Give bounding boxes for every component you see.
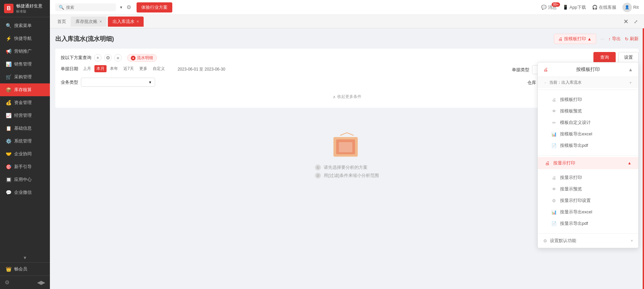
dropdown-current-item[interactable]: ◦ 当前：出入库流水 ▾: [538, 77, 638, 88]
display-section-label: 按显示打印: [553, 160, 575, 166]
sidebar-item-inventory[interactable]: 📦 库存核算: [0, 83, 50, 96]
display-section-header[interactable]: 🖨 按显示打印 ▲: [538, 157, 638, 169]
date-btn-current-year[interactable]: 本年: [108, 65, 120, 72]
footer-arrow: ▾: [631, 238, 633, 243]
date-btn-custom[interactable]: 自定义: [151, 65, 167, 72]
window-close-icon[interactable]: ✕: [622, 18, 630, 26]
online-service-btn[interactable]: 🎧 在线客服: [592, 4, 616, 10]
tab-close-icon[interactable]: ×: [99, 19, 102, 24]
chevron-down-icon: ▾: [120, 5, 122, 10]
display-preview-icon: 👁: [551, 187, 557, 192]
user-avatar-area[interactable]: 👤 Rit: [622, 3, 639, 12]
gear-icon[interactable]: ⚙: [126, 4, 131, 10]
export-button[interactable]: ↑ 导出: [609, 36, 621, 42]
sidebar-item-sales[interactable]: 📊 销售管理: [0, 58, 50, 71]
sidebar-item-enterprise[interactable]: 🤝 企业协同: [0, 148, 50, 160]
app-logo: B 畅捷通好生意 标准版: [0, 0, 50, 17]
filter-settings-button[interactable]: ⚙: [104, 54, 112, 61]
tab-home[interactable]: 首页: [54, 17, 69, 27]
print-template-button[interactable]: 🖨 按模板打印 ▲: [554, 34, 596, 44]
tab-label: 出入库流水: [113, 19, 135, 25]
business-type-select[interactable]: ▾: [81, 78, 155, 87]
tip-num-1: ①: [315, 164, 321, 170]
template-pdf-label: 按模板导出pdf: [560, 142, 588, 149]
sidebar-item-marketing[interactable]: 📢 营销推广: [0, 45, 50, 58]
active-filter-tag[interactable]: ● 流水明细: [127, 54, 157, 62]
settings-button[interactable]: 设置: [618, 52, 639, 63]
header-search-box[interactable]: 🔍: [55, 3, 116, 11]
tip-text-2: 用[过滤]条件来缩小分析范围: [324, 173, 379, 179]
window-expand-icon[interactable]: ⤢: [632, 18, 640, 26]
date-btn-more[interactable]: 更多: [137, 65, 149, 72]
settings-footer-icon[interactable]: ⚙: [5, 279, 9, 286]
tip-num-2: ②: [315, 173, 321, 179]
right-edge-resize[interactable]: [643, 28, 644, 289]
template-pdf-icon: 📄: [551, 143, 557, 148]
display-settings-icon: ⚙: [551, 198, 557, 203]
dropdown-chevron-up[interactable]: ▲: [628, 67, 633, 72]
sidebar-item-finance[interactable]: 💰 资金管理: [0, 96, 50, 109]
sidebar-item-guide[interactable]: 🎯 新手引导: [0, 160, 50, 173]
app-center-icon: 🔲: [5, 177, 11, 182]
message-badge: 99+: [552, 2, 560, 7]
trial-button[interactable]: 体验行业方案: [137, 2, 172, 12]
user-name: Rit: [633, 5, 639, 10]
sidebar-scroll-down[interactable]: ▼: [0, 253, 50, 262]
logo-icon: B: [4, 4, 13, 13]
sidebar-item-quick-nav[interactable]: ⚡ 快捷导航: [0, 32, 50, 45]
basic-icon: 📋: [5, 126, 11, 131]
divider-2: [538, 155, 638, 156]
chevron-up-collapse-icon: ∧: [333, 95, 336, 99]
sidebar-item-purchase[interactable]: 🛒 采购管理: [0, 71, 50, 83]
dropdown-template-pdf[interactable]: 📄 按模板导出pdf: [538, 140, 638, 151]
date-btn-current-month[interactable]: 本月: [94, 65, 107, 72]
date-label: 单据日期: [61, 66, 78, 72]
app-download-label: App下载: [569, 4, 586, 10]
sidebar-item-wechat[interactable]: 💬 企业微信: [0, 186, 50, 199]
dropdown-display-preview[interactable]: 👁 按显示预览: [538, 183, 638, 195]
dropdown-display-excel[interactable]: 📊 按显示导出excel: [538, 206, 638, 218]
filter-top-actions: + ⚙ «: [94, 54, 122, 61]
brand-name: 畅捷通好生意: [16, 3, 42, 9]
date-btn-last-7days[interactable]: 近7天: [121, 65, 136, 72]
header-dropdown[interactable]: ▾: [120, 5, 122, 10]
header-right: 💬 消息 99+ 📱 App下载 🎧 在线客服 👤 Rit: [541, 3, 639, 12]
tab-batch-account[interactable]: 库存批次账 ×: [71, 17, 107, 27]
filter-date-group: 单据日期 上月 本月 本年 近7天 更多 自定义: [61, 65, 167, 72]
sidebar-item-label: 快捷导航: [14, 35, 32, 42]
tab-inout-flow[interactable]: 出入库流水 ×: [108, 17, 144, 27]
sidebar-item-app-center[interactable]: 🔲 应用中心: [0, 173, 50, 186]
sidebar-item-basic[interactable]: 📋 基础信息: [0, 122, 50, 135]
search-input[interactable]: [66, 5, 110, 10]
query-button[interactable]: 查询: [593, 52, 616, 63]
message-btn[interactable]: 💬 消息 99+: [541, 4, 557, 10]
sidebar-item-member[interactable]: 👑 畅会员: [0, 262, 50, 275]
collapse-sidebar-icon[interactable]: ◀▶: [37, 279, 45, 286]
display-excel-icon: 📊: [551, 210, 557, 215]
sidebar-item-system[interactable]: ⚙️ 系统管理: [0, 135, 50, 148]
footer-label[interactable]: 设置默认功能: [550, 238, 576, 244]
dropdown-template-print[interactable]: 🖨 按模板打印: [538, 94, 638, 105]
filter-section-label-group: 按以下方案查询 + ⚙ «: [61, 54, 122, 61]
quick-nav-icon: ⚡: [5, 36, 11, 41]
sidebar-item-operation[interactable]: 📈 经营管理: [0, 109, 50, 122]
dropdown-display-settings[interactable]: ⚙ 按显示打印设置: [538, 195, 638, 206]
wechat-icon: 💬: [5, 190, 11, 195]
main-area: 🔍 ▾ ⚙ 体验行业方案 💬 消息 99+ 📱 App下载 🎧: [50, 0, 644, 289]
dropdown-template-preview[interactable]: 👁 按模板预览: [538, 105, 638, 117]
dropdown-template-custom[interactable]: ✏ 模板自定义设计: [538, 117, 638, 128]
dropdown-display-print[interactable]: 🖨 按显示打印: [538, 172, 638, 183]
refresh-button[interactable]: ↻ 刷新: [625, 36, 639, 42]
add-filter-button[interactable]: +: [94, 54, 101, 61]
date-range-text: 2023-06-01 至 2023-06-30: [178, 67, 225, 72]
display-section: 🖨 按显示打印 👁 按显示预览 ⚙ 按显示打印设置 📊 按显示导出excel: [538, 169, 638, 232]
tab-close-active-icon[interactable]: ×: [137, 19, 139, 24]
collapse-filter-button[interactable]: «: [114, 54, 122, 61]
sidebar-item-label: 库存核算: [14, 87, 32, 93]
phone-icon: 📱: [563, 5, 568, 10]
sidebar-item-search[interactable]: 🔍 搜索菜单: [0, 19, 50, 32]
app-download-btn[interactable]: 📱 App下载: [563, 4, 586, 10]
dropdown-display-pdf[interactable]: 📄 按显示导出pdf: [538, 218, 638, 229]
date-btn-last-month[interactable]: 上月: [81, 65, 93, 72]
dropdown-template-excel[interactable]: 📊 按模板导出excel: [538, 128, 638, 140]
